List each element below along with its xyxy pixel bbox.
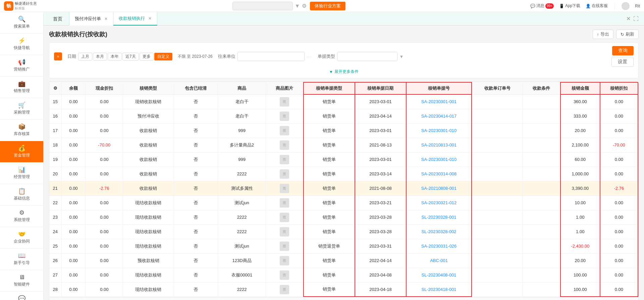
filter-row: » 日期 上月 本月 本年 近7天 更多 自定义 不限 至 202 [54, 46, 634, 67]
table-header-row: ⚙ 余额 现金折扣 核销类型 包含已结清 商品 商品图片 核销单据类型 核销单据… [49, 82, 638, 94]
date-last-month[interactable]: 上月 [78, 53, 92, 60]
date-custom[interactable]: 自定义 [154, 53, 172, 60]
cell-balance: 0.00 [61, 181, 86, 196]
cell-voucher-no[interactable]: SL-20230408-001 [406, 268, 472, 282]
cell-verify-discount: 0.00 [600, 196, 638, 210]
cell-balance: 0.00 [61, 196, 86, 210]
setting-button[interactable]: 设置 [611, 57, 634, 67]
sidebar-item-marketing[interactable]: 📢 营销推广 [0, 55, 43, 77]
cell-cash-discount: 0.00 [86, 152, 123, 167]
sidebar-item-quick-nav[interactable]: ⚡ 快捷导航 [0, 34, 43, 55]
date-this-month[interactable]: 本月 [93, 53, 107, 60]
th-voucher-no: 核销单据号 [406, 82, 472, 94]
date-last-7days[interactable]: 近7天 [122, 53, 139, 60]
cell-voucher-no[interactable]: SL-20230418-001 [406, 282, 472, 297]
export-button[interactable]: ↑ 导出 [593, 30, 614, 39]
cell-voucher-no[interactable]: ABC-001 [406, 253, 472, 268]
tab-receipt-verify[interactable]: 收款核销执行 ✕ [113, 12, 157, 26]
online-service-button[interactable]: 👤 在线客服 [586, 3, 608, 9]
cell-verify-discount: 0.00 [600, 253, 638, 268]
cell-balance: 0.00 [61, 94, 86, 109]
cell-receipt-order-no [472, 224, 523, 239]
cell-voucher-no[interactable]: SA-20230301-010 [406, 152, 472, 167]
cell-goods: 2222 [218, 167, 266, 181]
date-this-year[interactable]: 本年 [108, 53, 122, 60]
refresh-button[interactable]: ↻ 刷新 [616, 30, 639, 39]
industry-solution-button[interactable]: 体验行业方案 [310, 2, 345, 10]
sidebar-label: 新手引导 [14, 260, 30, 266]
cell-goods: 2222 [218, 224, 266, 239]
cell-goods: 2222 [218, 282, 266, 297]
filter-bar: » 日期 上月 本月 本年 近7天 更多 自定义 不限 至 202 [49, 42, 639, 78]
cell-voucher-date: 2023-04-08 [355, 268, 406, 282]
cell-receipt-order-no [472, 138, 523, 152]
message-button[interactable]: 💬 消息 99+ [530, 3, 554, 9]
sidebar-item-inventory[interactable]: 📦 库存核算 [0, 120, 43, 141]
cell-verify-discount: -70.00 [600, 138, 638, 152]
th-gear[interactable]: ⚙ [49, 82, 61, 94]
tab-close-receipt[interactable]: ✕ [148, 16, 152, 21]
cell-verify-type: 预收款核销 [123, 253, 174, 268]
cell-voucher-no[interactable]: SL-20230328-001 [406, 210, 472, 224]
cell-verify-type: 现结收款核销 [123, 196, 174, 210]
collapse-filter-button[interactable]: » [54, 52, 62, 60]
cell-verify-amount: 20.00 [560, 253, 600, 268]
cell-voucher-no[interactable]: SA-20230414-017 [406, 109, 472, 123]
cell-voucher-no[interactable]: SA-20230321-012 [406, 196, 472, 210]
cell-voucher-no[interactable]: SL-20230328-002 [406, 224, 472, 239]
cell-voucher-no[interactable]: SA-20210813-001 [406, 138, 472, 152]
app-download-button[interactable]: 📱 App下载 [559, 3, 580, 9]
query-button[interactable]: 查询 [612, 46, 634, 55]
sidebar-label: 采购管理 [14, 110, 30, 115]
cell-verify-discount: 0.00 [600, 268, 638, 282]
cell-receipt-order-no [472, 268, 523, 282]
tab-expand-button[interactable]: ⛶ [633, 16, 639, 22]
cell-verify-amount: 1,000.00 [560, 167, 600, 181]
table-row: 25 0.00 0.00 现结收款核销 否 测试jun 图 销货退货单 2023… [49, 239, 638, 253]
cell-voucher-no[interactable]: SA-20230331-026 [406, 239, 472, 253]
sidebar-item-basic[interactable]: 📋 基础信息 [0, 184, 43, 206]
message-label: 消息 [536, 3, 544, 9]
table-row: 20 0.00 0.00 收款核销 否 2222 图 销货单 2023-03-1… [49, 167, 638, 181]
avatar[interactable] [622, 2, 630, 10]
sidebar-item-finance[interactable]: 💰 资金管理 [0, 141, 43, 163]
expand-more-button[interactable]: ▼ 展开更多条件 [54, 69, 634, 75]
voucher-type-input[interactable] [337, 52, 397, 61]
sidebar-item-guide[interactable]: 📖 新手引导 [0, 249, 43, 270]
table-row: 21 0.00 -2.76 收款核销 否 测试多属性 图 销货单 2021-08… [49, 181, 638, 196]
sidebar-item-collab[interactable]: 🤝 企业协同 [0, 227, 43, 249]
partner-input[interactable] [237, 52, 305, 61]
settings-icon[interactable]: ⚙ [302, 3, 307, 9]
voucher-type-label: 单据类型 [318, 53, 335, 59]
sidebar-label: 营销推广 [14, 67, 30, 72]
top-search-input[interactable] [232, 2, 293, 10]
tab-close-advance[interactable]: ✕ [104, 16, 108, 21]
voucher-type-dropdown-icon[interactable]: ▼ [399, 54, 404, 59]
cell-verify-discount: 0.00 [600, 224, 638, 239]
cell-verify-amount: 333.00 [560, 109, 600, 123]
cell-verify-type: 现结收款核销 [123, 239, 174, 253]
th-goods-img: 商品图片 [266, 82, 303, 94]
sidebar-item-search[interactable]: 🔍 搜索菜单 [0, 12, 43, 34]
cell-voucher-type: 销货单 [304, 109, 355, 123]
cell-id: 22 [49, 196, 61, 210]
cell-voucher-no[interactable]: SA-20230301-010 [406, 123, 472, 138]
sidebar-item-operations[interactable]: 📊 经营管理 [0, 163, 43, 184]
tab-home[interactable]: 首页 [46, 12, 69, 26]
date-more[interactable]: 更多 [140, 53, 154, 60]
cell-include-settled: 否 [174, 181, 218, 196]
sidebar-item-system[interactable]: ⚙ 系统管理 [0, 206, 43, 227]
cell-voucher-no[interactable]: SA-20230314-008 [406, 167, 472, 181]
cell-receipt-terms [523, 282, 560, 297]
operations-icon: 📊 [18, 167, 25, 173]
sidebar-item-hardware[interactable]: 🖥 智能硬件 [0, 270, 43, 292]
tab-advance-offset[interactable]: 预付冲应付单 ✕ [69, 12, 113, 26]
cell-voucher-no[interactable]: SA-20210808-001 [406, 181, 472, 196]
sidebar-item-wechat[interactable]: 💬 企业微信 [0, 292, 43, 300]
sidebar-item-sales[interactable]: 💼 销售管理 [0, 77, 43, 98]
tab-close-window-button[interactable]: ✕ [626, 15, 631, 22]
sidebar-item-purchase[interactable]: 🛒 采购管理 [0, 98, 43, 120]
cell-receipt-terms [523, 253, 560, 268]
cell-verify-amount: 360.00 [560, 94, 600, 109]
cell-voucher-no[interactable]: SA-20230301-001 [406, 94, 472, 109]
